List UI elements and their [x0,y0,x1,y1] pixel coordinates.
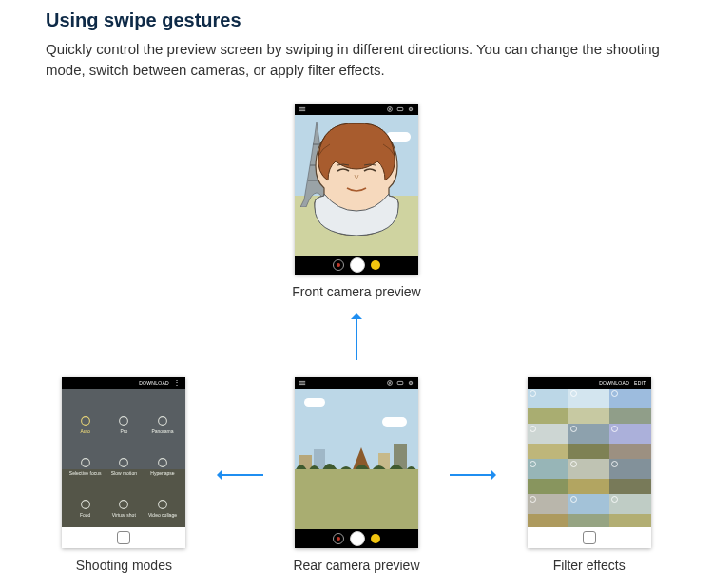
effects-button-icon [371,534,380,543]
phone-front-camera [295,104,418,275]
svg-point-12 [159,500,167,508]
arrow-up-icon [356,314,357,360]
filter-effects-cell: DOWNLOAD EDIT Filter effects [528,377,651,573]
svg-rect-15 [397,381,403,384]
filter-tile [528,459,568,494]
svg-point-4 [81,416,89,425]
selfie-illustration [309,122,404,236]
record-button-icon [333,259,344,271]
hdr-icon [396,379,404,387]
filter-tile [528,424,568,459]
shutter-button-icon [350,531,365,546]
phone-rear-camera [295,377,418,548]
section-title: Using swipe gestures [46,9,667,31]
settings-icon [299,379,306,387]
caption-rear: Rear camera preview [293,558,419,573]
filter-tile [528,389,568,424]
modes-overlay: AutoProPanoramaSelective focusSlow motio… [62,389,185,529]
filter-tile [568,494,609,529]
svg-point-6 [159,416,167,425]
svg-point-11 [120,500,128,508]
svg-rect-1 [397,107,403,110]
shooting-modes-cell: DOWNLOAD ⋮ AutoProPanoramaSelective focu… [62,377,185,573]
flash-icon [386,105,394,113]
record-button-icon [333,533,344,544]
mode-item: Video collage [145,489,181,527]
front-camera-cell: Front camera preview [292,104,420,299]
mode-item: Selective focus [67,447,103,485]
effects-button-icon [371,260,380,270]
mode-item: Pro [106,406,142,444]
settings-icon [299,105,306,113]
svg-point-3 [410,108,411,109]
download-label: DOWNLOAD [139,380,169,386]
filter-tile [609,494,650,529]
filter-tile [568,459,609,494]
svg-point-9 [159,458,167,466]
camera-switch-icon [583,531,596,544]
mode-item: Slow motion [106,447,142,485]
section-intro: Quickly control the preview screen by sw… [46,39,667,81]
mode-item: Food [67,489,103,527]
swipe-diagram: Front camera preview DOWNLOAD ⋮ AutoProP… [46,104,667,573]
mode-item: Virtual shot [106,489,142,527]
caption-filters: Filter effects [553,558,626,573]
filter-tile [528,494,568,529]
phone-shooting-modes: DOWNLOAD ⋮ AutoProPanoramaSelective focu… [62,377,185,548]
filter-tile [609,424,650,459]
filter-tile [568,424,609,459]
caption-front: Front camera preview [292,284,420,299]
svg-point-7 [81,458,89,466]
camera-switch-icon [117,531,130,544]
arrow-left-icon [218,474,263,476]
filter-tile [609,459,650,494]
filter-tile [568,389,609,424]
flash-icon [386,379,394,387]
svg-point-10 [81,500,89,508]
phone-filter-effects: DOWNLOAD EDIT [528,377,651,548]
mode-item: Panorama [145,406,181,444]
hdr-icon [396,105,404,113]
caption-modes: Shooting modes [76,558,172,573]
edit-label: EDIT [634,380,646,386]
gear-icon [407,105,414,113]
filter-grid [528,389,651,529]
svg-point-5 [120,416,128,425]
mode-item: Auto [67,406,103,444]
mode-item: Hyperlapse [145,447,181,485]
svg-point-8 [120,458,128,466]
filter-tile [609,389,650,424]
svg-point-17 [410,382,411,383]
arrow-right-icon [450,474,495,476]
rear-camera-cell: Rear camera preview [293,377,419,573]
download-label: DOWNLOAD [599,380,629,386]
gear-icon [407,379,414,387]
shutter-button-icon [350,257,365,273]
